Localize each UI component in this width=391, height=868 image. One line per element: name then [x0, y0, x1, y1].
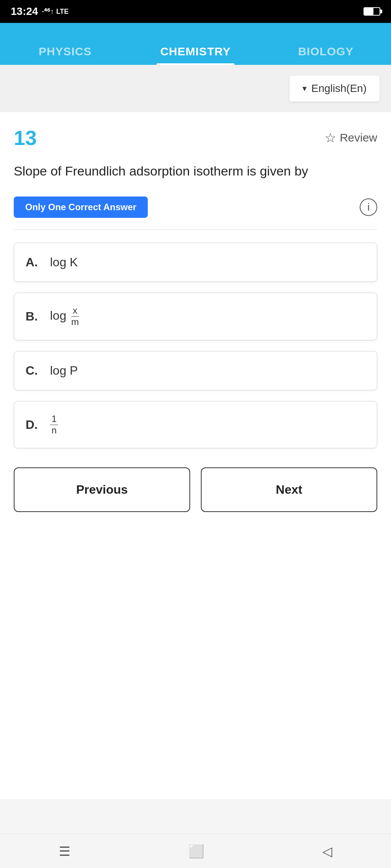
tab-bar: PHYSICS CHEMISTRY BIOLOGY — [0, 23, 391, 65]
question-header: 13 ☆ Review — [14, 126, 377, 150]
option-a[interactable]: A. log K — [14, 243, 377, 282]
status-time: 13:24 — [11, 5, 38, 18]
option-c-label: C. — [26, 364, 39, 378]
menu-icon[interactable]: ☰ — [59, 844, 70, 859]
star-icon: ☆ — [325, 130, 336, 145]
next-button[interactable]: Next — [201, 467, 377, 512]
option-a-label: A. — [26, 255, 39, 269]
answer-type-row: Only One Correct Answer i — [14, 196, 377, 218]
language-bar: ▾ English(En) — [0, 65, 391, 112]
signal-icon: ·⁴⁶↑ — [42, 7, 54, 16]
option-d-label: D. — [26, 418, 39, 432]
language-dropdown[interactable]: ▾ English(En) — [289, 76, 380, 101]
chevron-down-icon: ▾ — [302, 84, 307, 93]
fraction-denominator-d: n — [50, 425, 58, 436]
main-content: 13 ☆ Review Slope of Freundlich adsorpti… — [0, 112, 391, 799]
option-b[interactable]: B. log xm — [14, 293, 377, 340]
option-c-text: log P — [50, 364, 78, 378]
option-d[interactable]: D. 1n — [14, 401, 377, 449]
lte-icon: LTE — [56, 8, 69, 16]
fraction-numerator-d: 1 — [50, 414, 58, 425]
answer-type-badge: Only One Correct Answer — [14, 196, 148, 218]
status-icons: ·⁴⁶↑ LTE — [42, 7, 69, 16]
language-label: English(En) — [311, 82, 367, 95]
fraction-xm: xm — [70, 305, 81, 328]
tab-biology[interactable]: BIOLOGY — [261, 45, 391, 65]
battery-icon — [364, 7, 380, 16]
review-label: Review — [340, 131, 377, 144]
fraction-denominator: m — [70, 317, 81, 328]
tab-chemistry[interactable]: CHEMISTRY — [130, 45, 260, 65]
question-text: Slope of Freundlich adsorption isotherm … — [14, 161, 377, 181]
option-a-text: log K — [50, 255, 78, 269]
option-d-text: 1n — [50, 414, 58, 436]
option-c[interactable]: C. log P — [14, 351, 377, 390]
previous-button[interactable]: Previous — [14, 467, 190, 512]
fraction-1n: 1n — [50, 414, 58, 436]
review-button[interactable]: ☆ Review — [325, 130, 377, 145]
status-bar: 13:24 ·⁴⁶↑ LTE — [0, 0, 391, 23]
android-nav-bar: ☰ ⬜ ◁ — [0, 834, 391, 868]
option-b-text: log xm — [50, 305, 81, 328]
tab-physics[interactable]: PHYSICS — [0, 45, 130, 65]
question-number: 13 — [14, 126, 37, 150]
option-b-label: B. — [26, 309, 39, 324]
info-symbol: i — [367, 201, 370, 213]
back-icon[interactable]: ◁ — [322, 844, 332, 859]
nav-buttons: Previous Next — [14, 467, 377, 523]
status-left: 13:24 ·⁴⁶↑ LTE — [11, 5, 69, 18]
fraction-numerator: x — [71, 305, 79, 317]
home-icon[interactable]: ⬜ — [188, 844, 204, 859]
divider — [14, 229, 377, 230]
battery-fill — [364, 8, 373, 15]
info-icon[interactable]: i — [360, 198, 377, 216]
